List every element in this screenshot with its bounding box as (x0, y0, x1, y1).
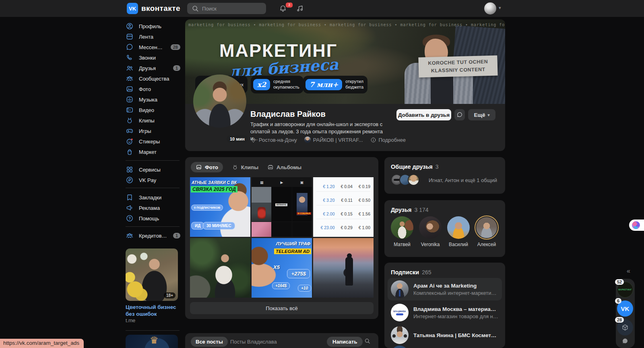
sidebar-item-feed[interactable]: Лента (126, 31, 181, 42)
photos-card: Фото Клипы Альбомы АТНЫЕ ЗАЯВКИ С ВК СВЯ… (185, 157, 378, 319)
sidebar-item-stickers[interactable]: Стикеры (126, 136, 181, 147)
sidebar-item-clips[interactable]: Клипы (126, 115, 181, 126)
sidebar-item-games[interactable]: Игры (126, 126, 181, 136)
photos-icon (126, 85, 134, 93)
subscription-name: Татьяна Янина | БМС Косметология |... (413, 332, 499, 338)
sidebar-item-ads[interactable]: Реклама (126, 203, 181, 213)
photo-thumbnail-beach[interactable] (313, 238, 374, 298)
brand-title[interactable]: вконтакте (141, 0, 180, 17)
stickers-icon (126, 137, 134, 145)
photo-thumbnail-plants[interactable] (190, 238, 250, 298)
sidebar-item-messenger[interactable]: Мессенджер 28 (126, 42, 181, 52)
posts-filter-label[interactable]: Посты Владислава (230, 339, 277, 345)
link-status-tooltip: https://vk.com/aram_target_ads (0, 339, 84, 348)
sidebar-item-friends[interactable]: Друзья 1 (126, 63, 181, 73)
sidebar-ad-domain[interactable]: t.me (126, 318, 135, 323)
sidebar-item-bookmarks[interactable]: Закладки (126, 192, 181, 203)
thumb-pill: +10 (298, 285, 311, 292)
show-all-button[interactable]: Показать всё (190, 302, 374, 314)
more-actions-button[interactable]: Ещё ▾ (468, 109, 495, 120)
sidebar-item-music[interactable]: Музыка (126, 94, 181, 105)
friend-item[interactable]: Матвей (390, 216, 415, 247)
sidebar-item-help[interactable]: Помощь (126, 213, 181, 224)
collapse-chevron-icon[interactable]: « (627, 267, 630, 275)
city-item[interactable]: Ростов-на-Дону (250, 137, 297, 143)
friends-card: Друзья3 174 Матвей Veronika Василий Алек… (384, 200, 505, 257)
clips-icon (126, 116, 134, 124)
sidebar-item-services[interactable]: Сервисы (126, 164, 181, 175)
info-icon (370, 137, 376, 143)
sidebar-item-label: Сервисы (139, 167, 181, 173)
subscriptions-title[interactable]: Подписки (391, 269, 419, 276)
friend-name: Алексей (474, 242, 499, 247)
friend-item[interactable]: Василий (446, 216, 471, 247)
subscription-row[interactable]: Татьяна Янина | БМС Косметология |... (388, 324, 502, 346)
cover-badge-2-text: средняя окупаемость (273, 79, 299, 90)
credit-counter: 1 (173, 233, 180, 238)
sidebar-ad-image[interactable]: 18+ (126, 249, 178, 301)
subscription-name: Арам Ai че за Marketing (413, 283, 499, 289)
subscription-row[interactable]: Арам Ai че за Marketing Комплексный инте… (388, 278, 502, 300)
sidebar-item-photos[interactable]: Фото (126, 84, 181, 94)
dock-chat-bubble-icon[interactable] (621, 338, 629, 346)
subscription-subtitle: Комплексный интернет-маркетинг В... (413, 290, 499, 296)
sidebar-item-profile[interactable]: Профиль (126, 21, 181, 31)
community-item[interactable]: РАЙКОВ | VRTRAF... (304, 137, 363, 143)
vk-logo[interactable]: VK (127, 3, 138, 14)
music-button[interactable] (296, 4, 304, 14)
more-info-item[interactable]: Подробнее (370, 137, 406, 143)
sidebar-item-label: Стикеры (139, 139, 181, 145)
photo-thumbnail-promo-vk[interactable]: АТНЫЕ ЗАЯВКИ С ВК СВЯЗКА 2025 ГОД 0 ПОДП… (190, 177, 250, 237)
message-button[interactable] (454, 109, 465, 120)
sidebar-item-label: Фото (139, 86, 181, 92)
sidebar-item-calls[interactable]: Звонки (126, 52, 181, 63)
posts-search-icon[interactable] (364, 338, 371, 346)
extension-pill[interactable] (629, 220, 644, 231)
account-avatar[interactable] (484, 2, 496, 14)
photo-thumbnail-app-screenshot[interactable]: ▦▶▣ VRTRAFFIC Я СОБРАЛ (252, 177, 312, 237)
thumb-pill: 0 ПОДПИСЧИКОВ (191, 205, 223, 211)
tab-photos[interactable]: Фото (191, 162, 223, 172)
profile-icon (126, 22, 134, 30)
sidebar-item-communities[interactable]: Сообщества (126, 73, 181, 84)
account-chevron-icon[interactable]: ▾ (499, 5, 501, 10)
photo-thumbnail-telegram-ads[interactable]: ЛУЧШИЙ ТРАФ TELEGRAM AD Х5 +275$ +164$ +… (252, 238, 312, 298)
vk-logo-text: VK (129, 6, 136, 12)
communities-icon (126, 75, 134, 83)
sidebar-ad2-image[interactable]: ♛ (126, 335, 178, 348)
subscription-row[interactable]: ВЛАДМИВА Владмива Москва – материалы для… (388, 301, 502, 324)
friends-title[interactable]: Друзья (391, 207, 411, 213)
silhouette-figure (345, 257, 353, 286)
message-bubble-icon (456, 112, 463, 118)
tab-clips[interactable]: Клипы (232, 164, 258, 170)
friend-item[interactable]: Алексей (474, 216, 499, 247)
subscription-name: Владмива Москва – материалы для ... (413, 306, 499, 312)
sidebar-item-label: Маркет (139, 149, 181, 155)
ad-age-badge: 18+ (164, 292, 175, 298)
friend-name: Матвей (390, 242, 415, 247)
photo-thumbnail-price-table[interactable]: € 1.20€ 0.04€ 0.19 € 3.20€ 0.11€ 0.50 € … (313, 177, 374, 237)
tab-albums[interactable]: Альбомы (267, 164, 301, 170)
dock-icon-label: МАРКЕТИНГ (618, 288, 632, 291)
sidebar-ad-title[interactable]: Цветочный бизнес без ошибок (126, 304, 180, 318)
tab-all-posts[interactable]: Все посты (191, 337, 228, 347)
music-icon (126, 95, 134, 104)
sidebar-item-video[interactable]: Видео (126, 105, 181, 115)
more-actions-label: Ещё (474, 112, 485, 118)
search-input[interactable]: Поиск (187, 3, 266, 14)
mutual-friends-title[interactable]: Общие друзья (391, 164, 433, 170)
sidebar-item-vkpay[interactable]: VK Pay (126, 175, 181, 185)
sidebar-item-market[interactable]: Маркет (126, 147, 181, 157)
profile-meta-row: Ростов-на-Дону РАЙКОВ | VRTRAF... Подроб… (250, 137, 406, 143)
app-mini-tabs: ▦▶▣ (252, 180, 312, 184)
friend-item[interactable]: Veronika (418, 216, 443, 247)
sidebar-item-credit[interactable]: Кредитовани... 1 (126, 230, 181, 241)
profile-avatar[interactable] (193, 75, 246, 128)
sidebar-divider (126, 160, 180, 161)
write-post-button[interactable]: Написать (327, 337, 363, 347)
location-pin-icon (250, 137, 256, 143)
music-note-icon (296, 4, 304, 12)
feed-icon (126, 33, 134, 41)
last-seen-badge: 10 мин (227, 135, 248, 143)
add-friend-button[interactable]: Добавить в друзья (396, 109, 451, 120)
